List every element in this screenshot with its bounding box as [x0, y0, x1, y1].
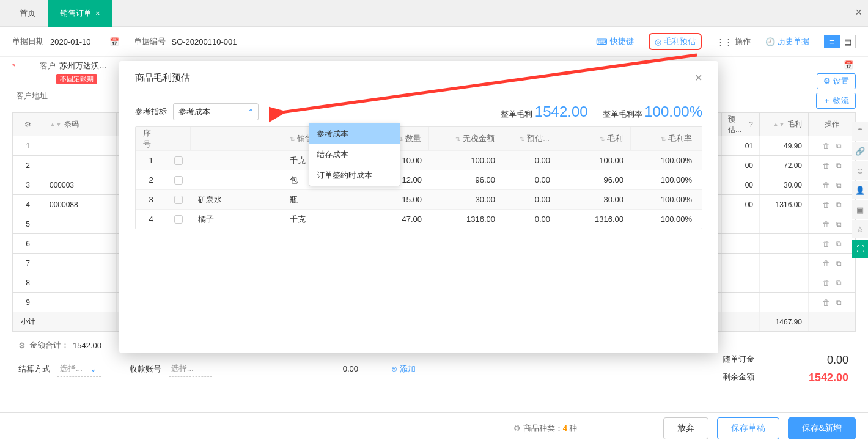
mth-rate[interactable]: ⇅毛利率 — [631, 127, 699, 150]
dropdown-option[interactable]: 参考成本 — [309, 123, 400, 144]
cell-unit: 瓶 — [282, 194, 362, 205]
cell-idx: 3 — [136, 195, 166, 204]
mth-check — [166, 127, 191, 150]
modal-table-header: 序号 ⇅销售单位 ⇅数量 ⇅无税金额 ⇅预估... ⇅毛利 ⇅毛利率 — [136, 127, 702, 150]
cell-est: 0.00 — [502, 175, 557, 185]
mth-est[interactable]: ⇅预估... — [502, 127, 557, 150]
cell-unit: 千克 — [282, 214, 362, 225]
cell-rate: 100.00% — [631, 156, 699, 165]
sort-icon: ⇅ — [600, 137, 605, 141]
cell-profit: 100.00 — [557, 156, 631, 165]
cell-amt: 30.00 — [429, 195, 502, 204]
cell-rate: 100.00% — [631, 195, 699, 204]
table-row[interactable]: 2 包 12.00 96.00 0.00 96.00 100.00% — [136, 170, 702, 189]
table-row[interactable]: 3 矿泉水 瓶 15.00 30.00 0.00 30.00 100.00% — [136, 189, 702, 209]
cell-rate: 100.00% — [631, 175, 699, 185]
cell-profit: 30.00 — [557, 195, 631, 204]
cell-profit: 1316.00 — [557, 214, 631, 224]
cell-name: 橘子 — [191, 214, 282, 225]
mth-profit[interactable]: ⇅毛利 — [557, 127, 631, 150]
sum-rate-label: 整单毛利率 — [603, 109, 642, 119]
dropdown-option[interactable]: 订单签约时成本 — [309, 165, 400, 186]
profit-modal: 商品毛利预估 ✕ 参考指标 参考成本 ⌃ 整单毛利 1542.00 整单毛利率 … — [119, 61, 718, 353]
metric-label: 参考指标 — [135, 106, 167, 117]
metric-select[interactable]: 参考成本 ⌃ — [173, 103, 259, 120]
cell-amt: 1316.00 — [429, 214, 502, 224]
sort-icon: ⇅ — [520, 137, 524, 141]
mth-idx[interactable]: 序号 — [136, 127, 166, 150]
dropdown-option[interactable]: 结存成本 — [309, 144, 400, 165]
cell-amt: 100.00 — [429, 156, 502, 165]
sum-rate-value: 100.00% — [644, 103, 702, 120]
mth-amt[interactable]: ⇅无税金额 — [429, 127, 502, 150]
sort-icon: ⇅ — [661, 137, 666, 141]
table-row[interactable]: 4 橘子 千克 47.00 1316.00 0.00 1316.00 100.0… — [136, 209, 702, 229]
sum-profit-label: 整单毛利 — [501, 109, 532, 119]
metric-dropdown: 参考成本 结存成本 订单签约时成本 — [309, 123, 400, 186]
mth-name — [191, 127, 282, 150]
cell-est: 0.00 — [502, 156, 557, 165]
close-icon[interactable]: ✕ — [694, 72, 702, 84]
sort-icon: ⇅ — [455, 137, 460, 141]
cell-name: 矿泉水 — [191, 194, 282, 205]
sum-profit-value: 1542.00 — [535, 103, 588, 120]
checkbox[interactable] — [174, 215, 183, 224]
chevron-up-icon: ⌃ — [248, 108, 254, 117]
modal-title: 商品毛利预估 — [135, 72, 190, 84]
sort-icon: ⇅ — [290, 137, 295, 141]
cell-rate: 100.00% — [631, 214, 699, 224]
cell-est: 0.00 — [502, 214, 557, 224]
checkbox[interactable] — [174, 196, 183, 204]
checkbox[interactable] — [174, 176, 183, 185]
cell-est: 0.00 — [502, 195, 557, 204]
cell-qty: 47.00 — [362, 214, 429, 224]
cell-amt: 96.00 — [429, 175, 502, 185]
cell-idx: 4 — [136, 214, 166, 224]
modal-table: 序号 ⇅销售单位 ⇅数量 ⇅无税金额 ⇅预估... ⇅毛利 ⇅毛利率 1 千克 … — [135, 126, 702, 229]
table-row[interactable]: 1 千克 10.00 100.00 0.00 100.00 100.00% — [136, 150, 702, 170]
cell-profit: 96.00 — [557, 175, 631, 185]
checkbox[interactable] — [174, 156, 183, 165]
cell-qty: 15.00 — [362, 195, 429, 204]
cell-idx: 1 — [136, 156, 166, 165]
cell-idx: 2 — [136, 175, 166, 185]
